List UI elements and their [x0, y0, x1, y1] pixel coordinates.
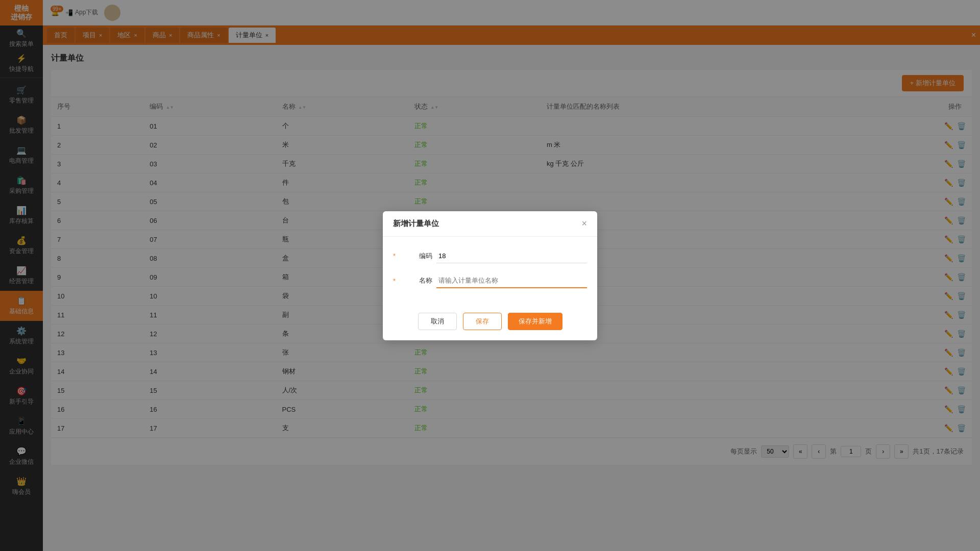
form-row-name: * 名称 [393, 273, 587, 288]
save-button[interactable]: 保存 [463, 313, 502, 330]
form-row-code: * 编码 [393, 249, 587, 263]
required-marker-code: * [393, 252, 396, 260]
save-continue-button[interactable]: 保存并新增 [508, 313, 562, 330]
modal-header: 新增计量单位 × [383, 211, 597, 237]
add-unit-modal: 新增计量单位 × * 编码 * 名称 取消 保存 保存并新增 [383, 211, 597, 340]
cancel-button[interactable]: 取消 [418, 313, 457, 330]
code-label: 编码 [402, 252, 432, 261]
modal-overlay[interactable]: 新增计量单位 × * 编码 * 名称 取消 保存 保存并新增 [0, 0, 980, 551]
code-input[interactable] [436, 249, 587, 263]
modal-body: * 编码 * 名称 [383, 237, 597, 309]
name-label: 名称 [402, 276, 432, 285]
modal-footer: 取消 保存 保存并新增 [383, 309, 597, 340]
modal-close-button[interactable]: × [581, 218, 587, 229]
required-marker-name: * [393, 277, 396, 285]
name-input[interactable] [436, 273, 587, 288]
modal-title: 新增计量单位 [393, 219, 439, 229]
